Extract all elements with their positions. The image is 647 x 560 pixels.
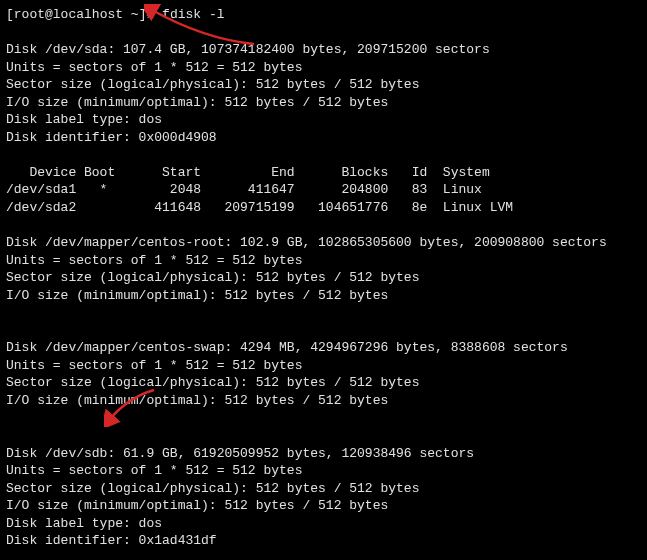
disk-io: I/O size (minimum/optimal): 512 bytes / … bbox=[6, 287, 641, 305]
blank-line bbox=[6, 410, 641, 428]
prompt-line: [root@localhost ~]# fdisk -l bbox=[6, 6, 641, 24]
disk-identifier: Disk identifier: 0x1ad431df bbox=[6, 532, 641, 550]
disk-units: Units = sectors of 1 * 512 = 512 bytes bbox=[6, 252, 641, 270]
disk-sector: Sector size (logical/physical): 512 byte… bbox=[6, 374, 641, 392]
command-text: fdisk -l bbox=[162, 7, 224, 22]
blank-line bbox=[6, 322, 641, 340]
disk-header: Disk /dev/sdb: 61.9 GB, 61920509952 byte… bbox=[6, 445, 641, 463]
disk-header: Disk /dev/mapper/centos-swap: 4294 MB, 4… bbox=[6, 339, 641, 357]
prompt-path: ~ bbox=[131, 7, 139, 22]
disk-sector: Sector size (logical/physical): 512 byte… bbox=[6, 269, 641, 287]
prompt-char: # bbox=[146, 7, 154, 22]
disk-sector: Sector size (logical/physical): 512 byte… bbox=[6, 480, 641, 498]
disk-label: Disk label type: dos bbox=[6, 515, 641, 533]
disk-identifier: Disk identifier: 0x000d4908 bbox=[6, 129, 641, 147]
partition-row: /dev/sda1 * 2048 411647 204800 83 Linux bbox=[6, 181, 641, 199]
partition-row: /dev/sda2 411648 209715199 104651776 8e … bbox=[6, 199, 641, 217]
disk-units: Units = sectors of 1 * 512 = 512 bytes bbox=[6, 462, 641, 480]
prompt-user: root@localhost bbox=[14, 7, 123, 22]
blank-line bbox=[6, 427, 641, 445]
disk-units: Units = sectors of 1 * 512 = 512 bytes bbox=[6, 59, 641, 77]
disk-io: I/O size (minimum/optimal): 512 bytes / … bbox=[6, 94, 641, 112]
blank-line bbox=[6, 24, 641, 42]
blank-line bbox=[6, 550, 641, 560]
terminal-output[interactable]: [root@localhost ~]# fdisk -l Disk /dev/s… bbox=[6, 6, 641, 560]
blank-line bbox=[6, 146, 641, 164]
blank-line bbox=[6, 304, 641, 322]
disk-header: Disk /dev/sda: 107.4 GB, 107374182400 by… bbox=[6, 41, 641, 59]
disk-header: Disk /dev/mapper/centos-root: 102.9 GB, … bbox=[6, 234, 641, 252]
disk-label: Disk label type: dos bbox=[6, 111, 641, 129]
partition-table-header: Device Boot Start End Blocks Id System bbox=[6, 164, 641, 182]
blank-line bbox=[6, 217, 641, 235]
disk-io: I/O size (minimum/optimal): 512 bytes / … bbox=[6, 497, 641, 515]
disk-sector: Sector size (logical/physical): 512 byte… bbox=[6, 76, 641, 94]
disk-units: Units = sectors of 1 * 512 = 512 bytes bbox=[6, 357, 641, 375]
disk-io: I/O size (minimum/optimal): 512 bytes / … bbox=[6, 392, 641, 410]
